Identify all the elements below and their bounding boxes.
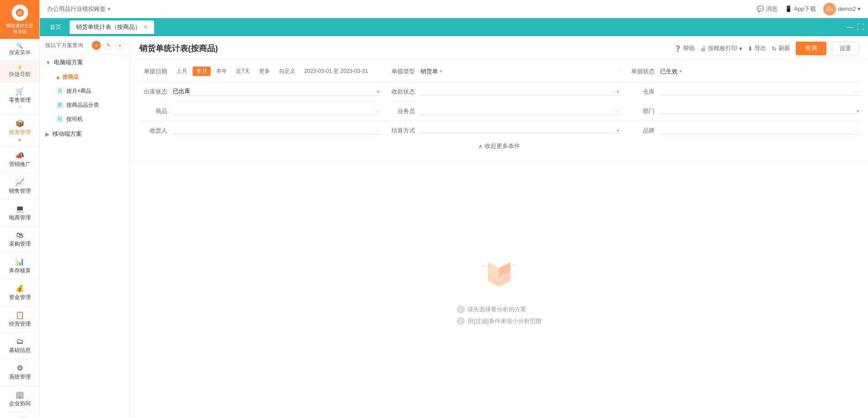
sidebar-item-retail[interactable]: 🛒 零售管理 ▼ <box>0 82 39 114</box>
date-tab-custom[interactable]: 自定义 <box>275 66 299 76</box>
department-label: 部门 <box>627 107 658 115</box>
salesman-label: 业务员 <box>387 107 419 115</box>
svg-text:✦: ✦ <box>512 262 515 267</box>
user-menu[interactable]: Ea demo2 ▾ <box>823 3 861 15</box>
help-btn[interactable]: ❓ 帮助 <box>674 44 695 52</box>
tree-child-by-month-goods[interactable]: 月 按月+商品 <box>43 84 130 98</box>
collapse-panel-btn[interactable]: « <box>115 41 124 50</box>
svg-point-5 <box>494 274 496 276</box>
sidebar-item-enterprise[interactable]: 🏢 企业协同 <box>0 386 39 413</box>
page-content: 按以下方案查询 + ✎ « ▼ 电脑端方案 ● 按商品 月 按月+商品 <box>40 36 868 418</box>
tab-close-icon[interactable]: ✕ <box>143 24 148 30</box>
right-panel: 销货单统计表(按商品) ❓ 帮助 🖨 按模板打印 ▾ ⬇ 导出 <box>130 36 868 418</box>
date-tab-this-year[interactable]: 本年 <box>212 66 231 76</box>
sidebar-item-sales[interactable]: 📈 销售管理 <box>0 173 39 200</box>
goods-input[interactable]: ··· <box>173 108 379 115</box>
settlement-select[interactable]: ▾ <box>420 128 619 133</box>
sidebar-item-ecom[interactable]: 💻 电商管理 <box>0 200 39 227</box>
chevron-down-icon: ▾ <box>857 109 859 114</box>
tabbar-actions: — ⛶ <box>846 23 864 31</box>
out-status-label: 出库状态 <box>139 88 171 96</box>
refresh-btn[interactable]: ↻ 刷新 <box>772 44 790 52</box>
system-icon: ⚙ <box>17 364 23 372</box>
goods-filter: 商品 ··· <box>139 107 379 115</box>
chevron-down-icon: ▼ <box>45 59 51 66</box>
download-icon: 📱 <box>785 5 792 12</box>
help-icon: ❓ <box>674 45 681 52</box>
payment-status-filter: 收款状态 ··· ▾ <box>379 87 619 96</box>
brand-label: 品牌 <box>627 127 658 135</box>
out-status-filter: 出库状态 已出库 ▾ <box>139 87 379 96</box>
topbar-right: 💬 消息 📱 App下载 Ea demo2 ▾ <box>757 3 861 15</box>
svg-text:✦: ✦ <box>482 264 486 269</box>
sales-icon: 📈 <box>15 178 24 186</box>
chevron-down-icon: ▾ <box>440 69 442 74</box>
empty-tip-1: 1 请先选择要分析的方案 <box>457 305 541 314</box>
doc-status-select[interactable]: 已生效 ▾ <box>660 67 682 76</box>
empty-tips: 1 请先选择要分析的方案 2 用[过滤]条件来缩小分析范围 <box>457 305 541 325</box>
sidebar-item-inventory[interactable]: 📊 库存核算 <box>0 253 39 280</box>
collapse-btn[interactable]: ∧ 收起更多条件 <box>139 138 859 154</box>
payment-status-label: 收款状态 <box>387 88 419 96</box>
tree-child-by-goods-category[interactable]: 类 按商品品分类 <box>43 98 130 112</box>
print-btn[interactable]: 🖨 按模板打印 ▾ <box>700 44 742 52</box>
sidebar-item-wholesale[interactable]: 📦 批发管理 ▲ <box>0 114 39 147</box>
brand-filter: 品牌 ··· <box>619 127 859 135</box>
date-tab-this-month[interactable]: 本月 <box>193 66 211 76</box>
logo-icon: 好 <box>12 5 28 21</box>
tree-group-mobile[interactable]: ▶ 移动端方案 <box>40 126 130 142</box>
export-btn[interactable]: ⬇ 导出 <box>748 44 766 52</box>
purchase-icon: 🛍 <box>16 231 24 239</box>
date-filter: 单据日期 上月 本月 本年 近7天 更多 自定义 2023-03-01 至 20… <box>139 66 379 76</box>
message-btn[interactable]: 💬 消息 <box>757 5 778 13</box>
tree-group-desktop[interactable]: ▼ 电脑端方案 <box>40 55 130 70</box>
sidebar-item-purchase[interactable]: 🛍 采购管理 <box>0 227 39 253</box>
sidebar-item-guide[interactable]: 🧭 新手引导 <box>0 413 39 418</box>
payment-status-select[interactable]: ··· ▾ <box>420 88 619 95</box>
sidebar-item-base[interactable]: 🗂 基础信息 <box>0 333 39 359</box>
sidebar-item-operation[interactable]: 📋 经营管理 <box>0 306 39 333</box>
doc-type-filter: 单据类型 销货单 ▾ <box>379 66 619 76</box>
month-icon: 月 <box>56 87 64 95</box>
chevron-down-icon: ▾ <box>858 5 861 12</box>
window-maximize-icon[interactable]: ⛶ <box>857 23 864 31</box>
query-btn[interactable]: 查询 <box>796 42 826 55</box>
date-label: 单据日期 <box>139 67 171 76</box>
operation-icon: 📋 <box>15 311 24 319</box>
tree-child-by-goods[interactable]: ● 按商品 <box>43 70 130 84</box>
window-minimize-icon[interactable]: — <box>846 23 854 31</box>
sidebar-item-system[interactable]: ⚙ 系统管理 <box>0 359 39 386</box>
page-title: 销货单统计表(按商品) <box>139 43 674 54</box>
out-status-select[interactable]: 已出库 ▾ <box>173 87 379 96</box>
base-icon: 🗂 <box>16 337 24 346</box>
settings-btn[interactable]: 设置 <box>832 42 859 55</box>
salesman-input[interactable]: ··· <box>420 108 619 115</box>
department-select[interactable]: ▾ <box>660 109 859 114</box>
quick-nav[interactable]: ⚡ 快捷导航 <box>0 61 39 82</box>
sidebar-logo: 好 畅捷通好生意 标准版 <box>0 0 39 39</box>
dots-icon: ··· <box>614 108 619 114</box>
empty-illustration: ✦ ✦ ✦ <box>476 255 522 300</box>
search-menu[interactable]: 🔍 搜索菜单 <box>0 39 39 61</box>
date-tab-last7[interactable]: 近7天 <box>232 66 254 76</box>
tab-sales-stat[interactable]: 销货单统计表（按商品） ✕ <box>70 20 154 34</box>
consignee-input[interactable]: ··· <box>173 127 379 134</box>
add-scheme-btn[interactable]: + <box>92 41 101 50</box>
edit-scheme-btn[interactable]: ✎ <box>104 41 113 50</box>
chevron-up-icon: ∧ <box>478 143 483 150</box>
date-tab-more[interactable]: 更多 <box>255 66 274 76</box>
chevron-down-icon[interactable]: ▾ <box>108 5 111 12</box>
tree-child-by-clerk[interactable]: 司 按司机 <box>43 112 130 126</box>
sidebar-item-marketing[interactable]: 📣 营销推广 <box>0 147 39 173</box>
date-tab-last-month[interactable]: 上月 <box>173 66 191 76</box>
doc-type-select[interactable]: 销货单 ▾ <box>420 67 442 76</box>
warehouse-input[interactable]: ··· <box>660 88 859 95</box>
app-download-btn[interactable]: 📱 App下载 <box>785 5 816 13</box>
date-tabs: 上月 本月 本年 近7天 更多 自定义 <box>173 66 299 76</box>
tip-num-1: 1 <box>457 305 465 314</box>
brand-input[interactable]: ··· <box>660 127 859 134</box>
dots-icon: ··· <box>374 108 379 114</box>
sidebar-item-finance[interactable]: 💰 资金管理 <box>0 280 39 306</box>
tab-home[interactable]: 首页 <box>43 20 68 34</box>
logo-text: 畅捷通好生意 标准版 <box>6 23 33 34</box>
